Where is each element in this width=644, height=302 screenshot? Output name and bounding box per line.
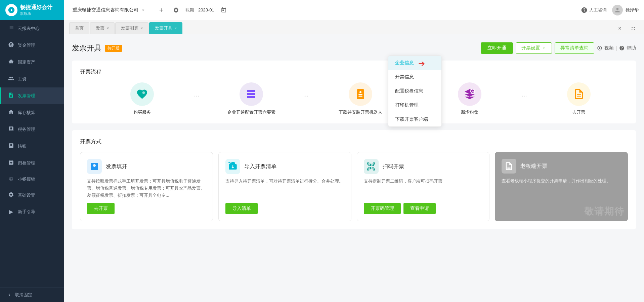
method-btn-scan-code[interactable]: 开票码管理 [364,203,401,214]
process-label-0: 购买服务 [133,109,151,115]
method-desc-import: 支持导入待开票清单，可对待开票清单进行拆分、合并处理。 [225,178,344,185]
method-title-scan: 扫码开票 [383,163,404,170]
process-icon-3: + [458,82,481,106]
app-logo: 畅捷通好会计 旗舰版 [0,0,64,20]
settings-dropdown: 企业信息 开票信息 配置税盘信息 打印机管理 下载开票客户端 [388,55,442,127]
dropdown-download-client[interactable]: 下载开票客户端 [388,112,441,126]
methods-section: 开票方式 发票填开 支持按照发票样式手工填开发票；可开具增值税电子普通发票、增值… [72,130,636,229]
sidebar-label-new-guide: 新手引导 [18,209,35,215]
fixed-assets-icon [8,59,14,66]
method-btn-import[interactable]: 导入清单 [225,203,258,214]
app-subtitle: 旗舰版 [20,11,52,16]
method-desc-scan: 支持定制开票二维码，客户端可扫码开票 [364,178,483,185]
sidebar-item-small-report[interactable]: © 小畅报销 [0,172,64,187]
sidebar-collapse-btn[interactable]: 取消固定 [0,288,64,302]
add-btn[interactable] [156,5,167,15]
methods-grid: 发票填开 支持按照发票样式手工填开发票；可开具增值税电子普通发票、增值税普通发票… [80,152,628,221]
sidebar-item-cloud-report[interactable]: 云报表中心 [0,20,64,37]
boss-watermark: 敬请期待 [584,205,625,218]
tab-home[interactable]: 首页 [69,22,89,34]
svg-point-0 [142,91,145,94]
process-icon-4 [567,82,591,106]
tab-invoice-calc-label: 发票测算 [121,25,138,31]
sidebar-label-invoice-mgmt: 发票管理 [18,93,35,99]
tab-invoice-close[interactable]: × [106,26,109,31]
boss-title: 老板端开票 [520,163,547,170]
company-selector[interactable]: 重庆畅捷交通信息咨询有限公司 [69,5,149,15]
period-value: 2023-01 [198,7,214,12]
method-card-import: 导入开票清单 支持导入待开票清单，可对待开票清单进行拆分、合并处理。 导入清单 [218,152,351,221]
method-header-manual: 发票填开 [87,159,206,174]
process-label-2: 下载并安装开票机器人 [339,109,382,115]
process-icon-2 [349,82,372,106]
sidebar-item-tax-mgmt[interactable]: 税务管理 [0,121,64,138]
exception-btn[interactable]: 异常清单查询 [555,42,594,54]
sidebar-label-basic-settings: 基础设置 [18,192,35,198]
sidebar-label-small-report: 小畅报销 [18,176,35,182]
method-btn-scan-apply[interactable]: 查看申请 [403,203,436,214]
tab-invoice[interactable]: 发票 × [90,22,115,34]
settings-icon [8,192,14,199]
company-name: 重庆畅捷交通信息咨询有限公司 [73,7,138,13]
process-section: 开票流程 购买服务 ··· 企业开通配置开票六要素 ··· [72,61,636,123]
process-flow: 购买服务 ··· 企业开通配置开票六要素 ··· 下载并安装开票机器人 ··· … [80,82,628,115]
collapse-label: 取消固定 [15,292,32,298]
sidebar-item-invoice-mgmt[interactable]: 发票管理 [0,87,64,104]
process-icon-0 [130,82,154,106]
sidebar-label-payroll: 工资 [18,76,27,82]
tabs-bar: 首页 发票 × 发票测算 × 发票开具 × × [64,20,644,34]
video-label: 视频 [604,45,614,51]
dropdown-invoice-info[interactable]: 开票信息 [388,70,441,84]
settings-header-btn[interactable] [171,5,181,15]
help-label: 帮助 [627,45,636,51]
period-label: 账期 [185,7,194,13]
user-avatar [612,5,623,15]
tab-invoice-issue-close[interactable]: × [174,26,177,31]
settings-btn[interactable]: 开票设置 [516,42,552,54]
header: 重庆畅捷交通信息咨询有限公司 账期 2023-01 人工咨询 徐泽华 [64,0,644,20]
method-btn-manual[interactable]: 去开票 [87,203,115,214]
method-desc-manual: 支持按照发票样式手工填开发票；可开具增值税电子普通发票、增值税普通发票、增值税专… [87,178,206,199]
sidebar-label-cloud-report: 云报表中心 [18,26,40,32]
process-step-4: 去开票 [530,82,628,115]
tab-invoice-issue[interactable]: 发票开具 × [149,22,182,34]
sidebar-label-inventory: 库存核算 [18,110,35,116]
header-actions: 账期 2023-01 [156,5,229,15]
sidebar-nav: 云报表中心 资金管理 固定资产 工资 发票管理 [0,20,64,288]
dropdown-tax-disk-config[interactable]: 配置税盘信息 [388,84,441,98]
sidebar-item-new-guide[interactable]: ▶ 新手引导 [0,204,64,220]
sidebar-item-fund-mgmt[interactable]: 资金管理 [0,37,64,54]
dropdown-company-info[interactable]: 企业信息 [388,56,441,70]
tab-invoice-calc[interactable]: 发票测算 × [115,22,148,34]
dropdown-printer-mgmt[interactable]: 打印机管理 [388,98,441,112]
tab-invoice-calc-close[interactable]: × [140,26,143,31]
sidebar-item-basic-settings[interactable]: 基础设置 [0,187,64,204]
process-label-4: 去开票 [572,109,585,115]
sidebar-item-payroll[interactable]: 工资 [0,71,64,87]
activate-btn[interactable]: 立即开通 [481,42,513,54]
sidebar-label-settlement: 结账 [18,143,27,149]
sidebar-item-inventory[interactable]: 库存核算 [0,104,64,121]
tab-invoice-label: 发票 [96,25,104,31]
svg-rect-4 [358,96,362,97]
method-card-manual: 发票填开 支持按照发票样式手工填开发票；可开具增值税电子普通发票、增值税普通发票… [80,152,213,221]
red-arrow: ➔ [418,59,425,68]
username: 徐泽华 [626,7,639,13]
logo-icon [5,4,17,16]
sidebar-item-fixed-assets[interactable]: 固定资产 [0,54,64,71]
method-icon-manual [87,159,102,174]
sidebar-item-settlement[interactable]: 结账 [0,138,64,155]
tab-expand-btn[interactable] [628,23,639,34]
process-step-1: 企业开通配置开票六要素 [202,82,300,115]
tab-close-btn[interactable]: × [614,23,625,34]
support-btn[interactable]: 人工咨询 [581,7,607,13]
boss-desc: 查看老板端小程序提交的开票申请，并作出相应的处理。 [502,178,621,185]
sidebar-label-fund-mgmt: 资金管理 [18,42,35,48]
invoice-icon [8,92,14,100]
user-info[interactable]: 徐泽华 [612,5,639,15]
video-help-btn[interactable]: 视频 | 帮助 [597,45,636,51]
sidebar-label-archive-mgmt: 归档管理 [18,160,35,166]
calendar-icon[interactable] [218,5,229,15]
sidebar-item-archive-mgmt[interactable]: 归档管理 [0,155,64,172]
process-step-0: 购买服务 [93,82,191,115]
